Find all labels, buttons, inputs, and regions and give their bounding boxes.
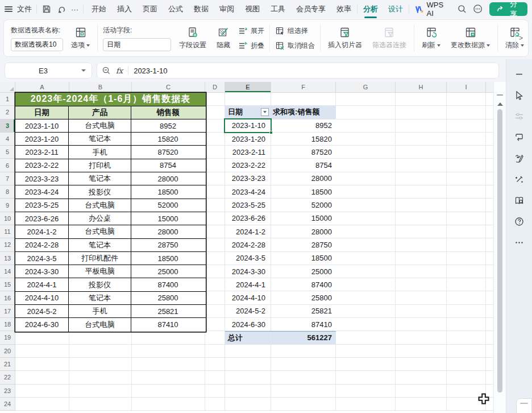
source-data-cell[interactable]: 笔记本 <box>69 133 131 145</box>
column-header-D[interactable]: D <box>205 82 225 93</box>
cell-H23[interactable] <box>396 385 447 398</box>
cell-G8[interactable] <box>336 185 396 199</box>
cell-H18[interactable] <box>396 318 447 331</box>
cell-H8[interactable] <box>396 185 447 199</box>
row-header-15[interactable]: 15 <box>0 278 15 291</box>
cell-H17[interactable] <box>396 305 447 318</box>
cell-C23[interactable] <box>132 385 205 398</box>
cell-G9[interactable] <box>336 199 396 212</box>
cell-D16[interactable] <box>205 291 225 304</box>
row-header-24[interactable]: 24 <box>0 398 15 411</box>
cell-G13[interactable] <box>336 252 396 265</box>
menu-review[interactable]: 审阅 <box>219 4 234 14</box>
source-data-cell[interactable]: 15000 <box>131 212 205 225</box>
options-button[interactable]: 选项 <box>69 25 92 51</box>
cell-A23[interactable] <box>15 385 69 398</box>
cell-A20[interactable] <box>15 345 69 358</box>
cell-H15[interactable] <box>396 278 447 291</box>
pivot-field-list-icon[interactable] <box>514 131 525 143</box>
cell-H13[interactable] <box>396 252 447 265</box>
cell-D22[interactable] <box>205 371 225 384</box>
source-data-cell[interactable]: 2023-2-11 <box>15 146 69 158</box>
cell-H9[interactable] <box>396 199 447 212</box>
tab-design[interactable]: 设计 <box>388 4 403 14</box>
column-header-F[interactable]: F <box>271 82 336 93</box>
source-data-cell[interactable]: 2023-1-20 <box>15 133 69 145</box>
cell-D18[interactable] <box>205 318 225 331</box>
help-icon[interactable] <box>514 216 525 227</box>
more-commands[interactable]: ··· <box>71 5 78 14</box>
row-header-14[interactable]: 14 <box>0 265 15 278</box>
column-header-G[interactable]: G <box>336 82 396 93</box>
cell-C22[interactable] <box>132 371 205 384</box>
source-data-cell[interactable]: 2024-3-5 <box>15 252 69 265</box>
source-data-cell[interactable]: 手机 <box>69 305 131 317</box>
pivot-value-cell[interactable]: 8952 <box>271 119 336 132</box>
scroll-up-arrow[interactable] <box>497 102 503 106</box>
cell-B20[interactable] <box>69 345 132 358</box>
cell-H14[interactable] <box>396 265 447 278</box>
row-header-19[interactable]: 19 <box>0 331 15 344</box>
signature-icon[interactable] <box>514 152 525 164</box>
source-data-cell[interactable]: 87520 <box>131 146 205 158</box>
cell-D4[interactable] <box>205 133 225 146</box>
cell-G20[interactable] <box>336 345 396 358</box>
select-all-corner[interactable] <box>0 82 15 93</box>
zoom-formula-icon[interactable] <box>102 66 111 75</box>
pivot-date-cell[interactable]: 2023-1-20 <box>225 133 271 145</box>
cell-D2[interactable] <box>205 106 225 119</box>
cell-I6[interactable] <box>447 159 486 172</box>
cell-D19[interactable] <box>205 331 225 344</box>
cell-H1[interactable] <box>396 93 447 106</box>
fx-icon[interactable]: fx <box>116 67 123 75</box>
pivot-value-cell[interactable]: 28000 <box>271 225 336 238</box>
row-header-12[interactable]: 12 <box>0 238 15 251</box>
cell-H2[interactable] <box>396 106 447 119</box>
cell-I12[interactable] <box>447 238 486 251</box>
cursor-select-icon[interactable] <box>514 89 525 101</box>
pivot-value-cell[interactable]: 8754 <box>271 159 336 171</box>
cell-I16[interactable] <box>447 291 486 304</box>
cell-I15[interactable] <box>447 278 486 291</box>
cell-I20[interactable] <box>447 345 486 358</box>
pivot-date-cell[interactable]: 2023-6-26 <box>225 212 271 225</box>
row-header-1[interactable]: 1 <box>0 93 15 106</box>
column-header-A[interactable]: A <box>15 82 69 93</box>
source-data-cell[interactable]: 平板电脑 <box>69 265 131 278</box>
cell-E24[interactable] <box>225 398 271 411</box>
source-data-cell[interactable]: 8952 <box>131 119 205 132</box>
pivot-value-cell[interactable]: 87410 <box>271 318 336 331</box>
split-handle[interactable] <box>497 94 503 96</box>
pivot-date-cell[interactable]: 2024-5-2 <box>225 305 271 317</box>
row-header-23[interactable]: 23 <box>0 385 15 398</box>
pivot-value-cell[interactable]: 52000 <box>271 199 336 211</box>
source-data-cell[interactable]: 2024-5-2 <box>15 305 69 317</box>
source-data-cell[interactable]: 投影仪 <box>69 278 131 291</box>
cell-I22[interactable] <box>447 371 486 384</box>
cell-I19[interactable] <box>447 331 486 344</box>
column-header-E[interactable]: E <box>225 82 271 93</box>
source-data-cell[interactable]: 2024-2-28 <box>15 239 69 251</box>
cell-D3[interactable] <box>205 119 225 133</box>
formula-value[interactable]: 2023-1-10 <box>134 67 167 75</box>
pivot-date-cell[interactable]: 2023-2-22 <box>225 159 271 171</box>
row-header-16[interactable]: 16 <box>0 291 15 304</box>
row-header-7[interactable]: 7 <box>0 172 15 185</box>
name-box[interactable]: E3 <box>5 63 92 79</box>
collapse-button[interactable]: 折叠 <box>238 41 264 51</box>
source-data-cell[interactable]: 15820 <box>131 133 205 145</box>
cell-I7[interactable] <box>447 172 486 185</box>
formula-input-area[interactable]: fx 2023-1-10 <box>97 63 499 79</box>
source-data-cell[interactable]: 打印机 <box>69 159 131 172</box>
cell-E20[interactable] <box>225 345 271 358</box>
cell-I2[interactable] <box>447 106 486 119</box>
ribbon-expand-button[interactable]: > <box>516 27 526 49</box>
cell-G2[interactable] <box>336 106 396 119</box>
cell-H3[interactable] <box>396 119 447 133</box>
pivot-value-cell[interactable]: 18500 <box>271 252 336 265</box>
cell-G23[interactable] <box>336 385 396 398</box>
cell-B23[interactable] <box>69 385 132 398</box>
cell-H12[interactable] <box>396 238 447 251</box>
cell-I1[interactable] <box>447 93 486 106</box>
cell-A24[interactable] <box>15 398 69 411</box>
